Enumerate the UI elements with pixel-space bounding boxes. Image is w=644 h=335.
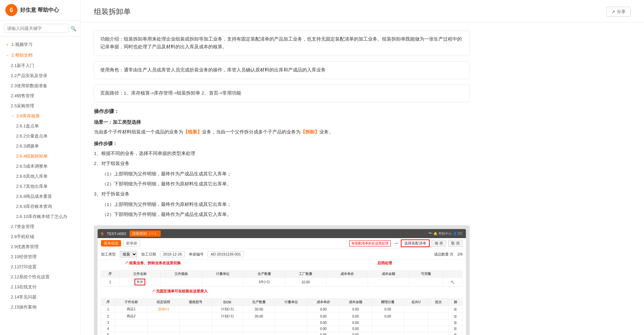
- intro-block: 功能介绍：组装拆卸单用来处理企业组装或拆卸等加工业务，支持有固定装配清单的产品加…: [94, 31, 470, 56]
- sidebar-item-docs-267[interactable]: 2.6.7其他出库单: [0, 181, 80, 191]
- sidebar-item-docs-25[interactable]: 2.5采购管理: [0, 101, 80, 111]
- mock-upper-cell-ops: 🔧: [443, 278, 462, 287]
- step2: 2、对于组装业务: [94, 160, 470, 168]
- sidebar-item-docs-29[interactable]: 2.9优惠券管理: [0, 242, 80, 252]
- logo-icon: 6: [5, 4, 17, 16]
- mock-annotation2-btn: 选择装配清单: [401, 239, 430, 247]
- sidebar-item-label: 2.帮助文档: [11, 52, 33, 58]
- mock-type-select[interactable]: 组装拆卸: [120, 251, 137, 258]
- mock-upper-cell-factqty: 10.00: [285, 278, 326, 287]
- mock-tab-basic[interactable]: 基本信息: [101, 240, 121, 246]
- mock-lower-th-7: 计量单位: [275, 299, 307, 306]
- sidebar-item-label: 2.6库存核算: [16, 113, 40, 119]
- path-text: 页面路径：1、库存核算->库存管理->组装拆卸单 2、首页->常用功能: [100, 91, 241, 96]
- mock-annotation5: ↗: [151, 289, 156, 293]
- highlight-assembly: 【组装】: [183, 129, 202, 134]
- sidebar-header: 6 好生意 帮助中心: [0, 0, 80, 20]
- sidebar-item-docs-212[interactable]: 2.12系统个性化设置: [0, 272, 80, 282]
- sidebar-item-label: 1.视频学习: [11, 42, 33, 48]
- mock-upper-cell-spec: [161, 278, 202, 287]
- mock-qty-value: 2/6: [458, 252, 463, 256]
- role-block: 使用角色：通常由生产人员或库管人员完成折装业务的操作，库管人员确认原材料的出库和…: [94, 61, 470, 79]
- step3: 3、对于拆装业务: [94, 190, 470, 198]
- main-content: 组装拆卸单 ↗ 分享 功能介绍：组装拆卸单用来处理企业组装或拆卸等加工业务，支持…: [80, 0, 644, 335]
- share-button[interactable]: ↗ 分享: [606, 7, 631, 17]
- mock-logo: 6: [101, 231, 104, 236]
- screenshot-container: 6 TEST-H002 组装拆卸（一） 📷 🔔 帮助中心 👤 CC 基本信息 新…: [94, 225, 470, 335]
- mock-lower-row-3: 30.000.00☰: [101, 320, 463, 326]
- mock-form-label-date: 加工日期: [141, 252, 156, 257]
- mock-upper-th-6: 工厂数量: [285, 271, 326, 278]
- mock-upper-cell-seq: 1: [101, 278, 119, 287]
- role-text: 使用角色：通常由生产人员或库管人员完成折装业务的操作，库管人员确认原材料的出库和…: [100, 67, 326, 72]
- mock-annotation5-text: 无固定清单可在组装在这里录入: [156, 289, 208, 293]
- sidebar-item-docs-2610[interactable]: 2.6.10库存账本错了怎么办: [0, 212, 80, 222]
- mock-lower-th-3: 状态说明: [147, 299, 179, 306]
- mock-lower-th-10: 赠理分量: [372, 299, 404, 306]
- sidebar-item-video[interactable]: ＋ 1.视频学习: [0, 39, 80, 50]
- mock-upper-cell-price: [326, 278, 368, 287]
- step3-sub2: （2）下部明细为子件明细，最终作为产成品生成其它入库单。: [94, 211, 470, 219]
- steps-title: 操作步骤：: [94, 141, 470, 147]
- mock-upper-cell-amount: [368, 278, 409, 287]
- sidebar-item-docs-215[interactable]: 2.15操作案例: [0, 302, 80, 312]
- sidebar-item-docs-211[interactable]: 2.11打印设置: [0, 262, 80, 272]
- mock-upper-th-2: 父件名称: [119, 271, 161, 278]
- sidebar-item-docs-266[interactable]: 2.6.6其他入库单: [0, 171, 80, 181]
- sidebar-item-docs-210[interactable]: 2.10经营管理: [0, 252, 80, 262]
- step1: 1、根据不同的业务，选择不同单据的类型来处理: [94, 150, 470, 158]
- share-icon: ↗: [611, 9, 615, 14]
- mock-form-label-qty: 成品数量 共: [434, 252, 453, 257]
- sidebar-item-docs-263[interactable]: 2.6.3调拨单: [0, 141, 80, 151]
- mock-tab-new[interactable]: 新单据: [123, 240, 140, 247]
- sidebar-item-docs-28[interactable]: 2.8手机旺铺: [0, 232, 80, 242]
- mock-topbar-id: TEST-H002: [107, 232, 126, 236]
- sidebar-item-docs-214[interactable]: 2.14常见问题: [0, 292, 80, 302]
- search-input[interactable]: [4, 24, 68, 33]
- mock-upper-th-8: 成本金额: [368, 271, 409, 278]
- sidebar-item-docs[interactable]: － 2.帮助文档: [0, 50, 80, 61]
- sidebar-item-docs-265[interactable]: 2.6.5成本调整单: [0, 161, 80, 171]
- sidebar-item-docs-261[interactable]: 2.6.1盘点单: [0, 121, 80, 131]
- mock-arrow1: →: [393, 240, 399, 247]
- mock-num-field: AD-20191226-001: [208, 251, 244, 257]
- mock-icons: 📷 🔔 帮助中心 👤 CC: [428, 231, 463, 236]
- sidebar-item-docs-26[interactable]: － 2.6库存核算: [0, 111, 80, 121]
- mock-cancel-btn: 取 消: [448, 240, 463, 247]
- mock-annotation4: 启用处理: [377, 261, 392, 266]
- page-title: 组装拆卸单: [94, 7, 131, 17]
- mock-lower-row-5: 50.000.00☰: [101, 332, 463, 335]
- search-button[interactable]: 🔍: [70, 26, 76, 31]
- step3-sub1: （1）上部明细为父件明细，最终作为原材料生成其它出库单；: [94, 201, 470, 209]
- mock-lower-row-4: 40.000.00☰: [101, 326, 463, 332]
- mock-nav-btn: 组装拆卸（一）: [129, 230, 161, 237]
- sidebar-item-docs-22[interactable]: 2.2产品安装及登录: [0, 71, 80, 81]
- mock-upper-cell-name: 夹米: [119, 278, 161, 287]
- share-label: 分享: [617, 9, 626, 15]
- mock-lower-th-13: 操: [448, 299, 463, 306]
- sidebar-item-docs-21[interactable]: 2.1新手入门: [0, 61, 80, 71]
- sidebar-item-docs-262[interactable]: 2.6.2分量盘点单: [0, 131, 80, 141]
- mock-annotation3-text: 组装业务、拆卸业务在这里切换: [129, 261, 181, 265]
- step2-sub1: （1）上部明细为父件明细，最终作为产成品生成其它入库单；: [94, 170, 470, 178]
- logo-text: 好生意 帮助中心: [20, 7, 59, 14]
- mock-upper-th-10: [443, 271, 462, 278]
- mock-upper-row-1: 1 夹米 1件(+1) 10.00: [101, 278, 463, 287]
- content-area: 功能介绍：组装拆卸单用来处理企业组装或拆卸等加工业务，支持有固定装配清单的产品加…: [80, 22, 483, 335]
- sidebar-item-docs-23[interactable]: 2.3使用前数据准备: [0, 81, 80, 91]
- mock-upper-cell-prodqty: 1件(+1): [244, 278, 285, 287]
- sidebar-item-docs-269[interactable]: 2.6.9库存账本查询: [0, 202, 80, 212]
- mock-lower-th-12: 批次: [428, 299, 448, 306]
- sidebar-item-docs-24[interactable]: 2.4销售管理: [0, 91, 80, 101]
- sidebar-item-docs-213[interactable]: 2.13在线支付: [0, 282, 80, 292]
- mock-annotation1: 有装配清单的在这里处理: [349, 240, 391, 246]
- mock-lower-row-2: 2商品2计划(+1)30.000.000.000.00☰: [101, 313, 463, 320]
- sidebar-item-docs-264[interactable]: 2.6.4组装拆卸单: [0, 151, 80, 161]
- mock-upper-th-1: 序: [101, 271, 119, 278]
- mock-upper-th-4: 计量单位: [202, 271, 244, 278]
- mock-upper-name-highlight: 夹米: [135, 279, 145, 285]
- sidebar-item-docs-27[interactable]: 2.7资金管理: [0, 222, 80, 232]
- mock-form-label-type: 加工类型: [101, 252, 116, 257]
- sidebar-item-docs-268[interactable]: 2.6.8商品成本重算: [0, 191, 80, 202]
- highlight-disassembly: 【拆卸】: [301, 129, 319, 134]
